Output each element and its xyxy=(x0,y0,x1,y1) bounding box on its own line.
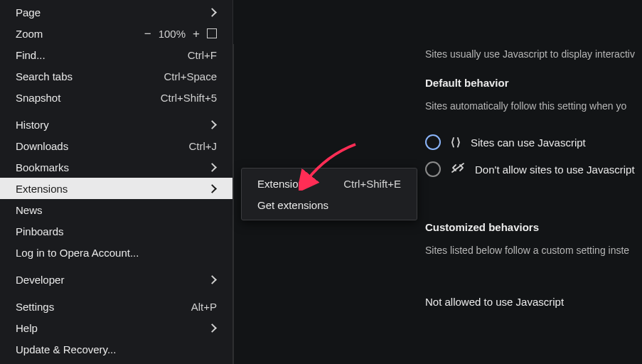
menu-item-label: Pinboards xyxy=(16,225,64,237)
menu-item-label: Page xyxy=(16,6,41,18)
radio-deny-label: Don't allow sites to use Javascript xyxy=(475,164,635,176)
menu-item-developer[interactable]: Developer xyxy=(0,269,232,290)
vertical-divider xyxy=(233,44,234,364)
menu-item-accessory xyxy=(209,122,217,128)
menu-item-shortcut: Ctrl+Space xyxy=(164,70,217,82)
zoom-in-button[interactable]: + xyxy=(193,28,200,40)
menu-item-accessory: Ctrl+Space xyxy=(164,70,217,82)
zoom-controls: −100%+ xyxy=(144,28,217,40)
menu-item-settings[interactable]: SettingsAlt+P xyxy=(0,296,232,317)
radio-sites-can-use-js[interactable]: Sites can use Javascript xyxy=(425,129,642,156)
menu-item-shortcut: Ctrl+J xyxy=(188,140,217,152)
menu-item-extensions[interactable]: Extensions xyxy=(0,178,232,199)
chevron-right-icon xyxy=(208,163,217,172)
menu-item-accessory xyxy=(209,325,217,331)
radio-allow-label: Sites can use Javascript xyxy=(471,136,586,149)
chevron-right-icon xyxy=(208,8,217,17)
zoom-out-button[interactable]: − xyxy=(144,28,151,40)
menu-item-accessory xyxy=(209,164,217,171)
menu-item-shortcut: Alt+P xyxy=(191,301,217,313)
submenu-item-label: Extensions xyxy=(257,178,309,190)
code-icon xyxy=(451,136,461,149)
extensions-submenu: ExtensionsCtrl+Shift+EGet extensions xyxy=(241,168,417,220)
customized-behaviors-heading: Customized behaviors xyxy=(425,221,642,233)
chevron-right-icon xyxy=(208,275,217,284)
menu-item-label: Bookmarks xyxy=(16,161,69,173)
customized-behaviors-desc: Sites listed below follow a custom setti… xyxy=(425,245,642,256)
menu-item-label: Downloads xyxy=(16,140,68,152)
submenu-item-extensions[interactable]: ExtensionsCtrl+Shift+E xyxy=(242,173,417,194)
submenu-item-shortcut: Ctrl+Shift+E xyxy=(343,178,401,190)
menu-item-zoom[interactable]: Zoom−100%+ xyxy=(0,23,232,44)
menu-item-accessory: −100%+ xyxy=(144,28,217,40)
svg-line-0 xyxy=(452,164,464,172)
radio-unchecked-icon xyxy=(425,161,441,177)
menu-item-search-tabs[interactable]: Search tabsCtrl+Space xyxy=(0,65,232,87)
chevron-right-icon xyxy=(208,120,217,129)
menu-item-label: Zoom xyxy=(16,28,43,40)
submenu-item-get-extensions[interactable]: Get extensions xyxy=(242,194,417,215)
radio-dont-allow-js[interactable]: Don't allow sites to use Javascript xyxy=(425,156,642,183)
menu-item-history[interactable]: History xyxy=(0,114,232,135)
menu-item-label: Update & Recovery... xyxy=(16,343,116,355)
menu-item-find[interactable]: Find...Ctrl+F xyxy=(0,44,232,65)
menu-item-accessory: Alt+P xyxy=(191,301,217,313)
zoom-value: 100% xyxy=(159,28,186,40)
menu-item-bookmarks[interactable]: Bookmarks xyxy=(0,156,232,178)
menu-item-label: Developer xyxy=(16,274,64,286)
javascript-settings-content: Sites usually use Javascript to display … xyxy=(425,48,642,319)
menu-item-accessory: Ctrl+Shift+5 xyxy=(161,92,217,104)
menu-item-pinboards[interactable]: Pinboards xyxy=(0,220,232,242)
menu-item-shortcut: Ctrl+F xyxy=(188,49,217,61)
radio-checked-icon xyxy=(425,134,441,150)
menu-item-page[interactable]: Page xyxy=(0,1,232,23)
submenu-item-label: Get extensions xyxy=(257,199,328,211)
menu-item-news[interactable]: News xyxy=(0,199,232,220)
menu-item-label: News xyxy=(16,204,43,216)
menu-item-help[interactable]: Help xyxy=(0,317,232,338)
main-menu: PageZoom−100%+Find...Ctrl+FSearch tabsCt… xyxy=(0,0,233,364)
menu-item-update-recovery[interactable]: Update & Recovery... xyxy=(0,338,232,360)
not-allowed-heading: Not allowed to use Javascript xyxy=(425,296,642,308)
menu-item-label: Help xyxy=(16,322,38,334)
menu-item-accessory xyxy=(209,277,217,283)
default-behavior-desc: Sites automatically follow this setting … xyxy=(425,100,642,112)
menu-item-label: Extensions xyxy=(16,183,68,195)
menu-item-label: Snapshot xyxy=(16,92,60,104)
menu-item-accessory xyxy=(209,9,217,16)
menu-item-shortcut: Ctrl+Shift+5 xyxy=(161,92,217,104)
menu-item-accessory xyxy=(209,186,217,192)
settings-intro-text: Sites usually use Javascript to display … xyxy=(425,48,642,60)
menu-item-log-in-to-opera-account[interactable]: Log in to Opera Account... xyxy=(0,242,232,263)
code-off-icon xyxy=(451,162,465,177)
menu-item-accessory: Ctrl+J xyxy=(188,140,217,152)
default-behavior-heading: Default behavior xyxy=(425,77,642,89)
menu-item-label: Find... xyxy=(16,49,46,61)
menu-item-label: History xyxy=(16,119,49,131)
menu-item-snapshot[interactable]: SnapshotCtrl+Shift+5 xyxy=(0,87,232,108)
menu-item-accessory: Ctrl+F xyxy=(188,49,217,61)
menu-item-label: Search tabs xyxy=(16,70,73,82)
menu-item-label: Log in to Opera Account... xyxy=(16,247,139,259)
menu-item-downloads[interactable]: DownloadsCtrl+J xyxy=(0,135,232,156)
chevron-right-icon xyxy=(208,184,217,193)
menu-item-label: Settings xyxy=(16,301,54,313)
fullscreen-icon[interactable] xyxy=(207,28,217,38)
chevron-right-icon xyxy=(208,323,217,333)
